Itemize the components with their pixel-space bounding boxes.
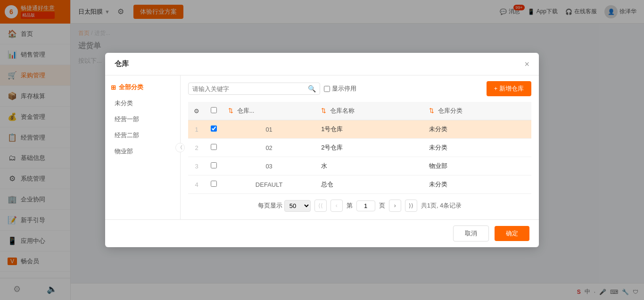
page-suffix: 页 [379, 201, 385, 210]
category-item-2[interactable]: 经营二部 [105, 127, 180, 143]
th-code: ⇅ 仓库... [223, 102, 315, 120]
row-name-2: 水 [315, 157, 423, 175]
collapse-sidebar-button[interactable]: 《 [175, 143, 185, 152]
row-num-2: 03 [223, 157, 315, 175]
row-num-0: 01 [223, 120, 315, 139]
row-checkbox-1[interactable] [205, 139, 223, 157]
row-checkbox-3[interactable] [205, 175, 223, 194]
prev-page-button[interactable]: ‹ [330, 200, 343, 212]
confirm-button[interactable]: 确定 [495, 226, 529, 241]
warehouse-modal: 仓库 × ⊞ 全部分类 《 未分类 经营一部 经营二部 物业部 [105, 53, 539, 247]
settings-col-icon: ⚙ [194, 108, 199, 115]
row-select-1[interactable] [211, 144, 217, 150]
row-select-3[interactable] [211, 181, 217, 187]
modal-main: 🔍 显示停用 + 新增仓库 [181, 75, 539, 219]
modal-toolbar: 🔍 显示停用 + 新增仓库 [188, 81, 531, 96]
row-num-3: DEFAULT [223, 175, 315, 194]
row-settings-1[interactable]: 2 [188, 139, 205, 157]
pagination: 每页显示 50 10 20 100 ⟨⟨ ‹ 第 页 [188, 194, 531, 214]
table-row[interactable]: 3 03 水 物业部 [188, 157, 531, 175]
row-category-0: 未分类 [423, 120, 531, 139]
row-category-1: 未分类 [423, 139, 531, 157]
row-settings-3[interactable]: 4 [188, 175, 205, 194]
category-item-0[interactable]: 未分类 [105, 95, 180, 111]
sort-icon-name: ⇅ [321, 107, 326, 114]
th-category: ⇅ 仓库分类 [423, 102, 531, 120]
per-page-selector: 每页显示 50 10 20 100 [258, 200, 311, 212]
row-name-3: 总仓 [315, 175, 423, 194]
table-row[interactable]: 4 DEFAULT 总仓 未分类 [188, 175, 531, 194]
modal-header: 仓库 × [105, 53, 539, 75]
last-page-button[interactable]: ⟩⟩ [405, 200, 417, 212]
th-checkbox [205, 102, 223, 120]
page-label: 第 [347, 201, 353, 210]
category-item-1[interactable]: 经营一部 [105, 111, 180, 127]
row-name-1: 2号仓库 [315, 139, 423, 157]
modal-overlay: 仓库 × ⊞ 全部分类 《 未分类 经营一部 经营二部 物业部 [71, 0, 644, 300]
row-num-1: 02 [223, 139, 315, 157]
sort-icon-code: ⇅ [228, 107, 233, 114]
page-number-input[interactable] [356, 200, 375, 211]
th-settings: ⚙ [188, 102, 205, 120]
modal-close-button[interactable]: × [524, 60, 529, 68]
modal-footer: 取消 确定 [105, 219, 539, 247]
row-settings-2[interactable]: 3 [188, 157, 205, 175]
select-all-checkbox[interactable] [211, 107, 217, 113]
all-categories-label: 全部分类 [119, 83, 143, 92]
row-category-3: 未分类 [423, 175, 531, 194]
all-categories-item[interactable]: ⊞ 全部分类 [105, 79, 180, 95]
category-item-3[interactable]: 物业部 [105, 143, 180, 159]
row-select-0[interactable] [211, 125, 217, 132]
row-category-2: 物业部 [423, 157, 531, 175]
grid-icon: ⊞ [111, 84, 116, 91]
per-page-select[interactable]: 50 10 20 100 [284, 200, 311, 212]
show-disabled-label: 显示停用 [332, 84, 356, 93]
row-select-2[interactable] [211, 162, 217, 168]
row-checkbox-2[interactable] [205, 157, 223, 175]
search-icon: 🔍 [308, 85, 316, 92]
search-box: 🔍 [188, 83, 320, 95]
modal-category-sidebar: ⊞ 全部分类 《 未分类 经营一部 经营二部 物业部 [105, 75, 181, 219]
modal-title: 仓库 [115, 59, 129, 68]
table-row[interactable]: 2 02 2号仓库 未分类 [188, 139, 531, 157]
total-info: 共1页, 4条记录 [421, 201, 462, 210]
search-input[interactable] [192, 85, 306, 92]
main-content: 日太阳膜 ▼ ⚙ 体验行业方案 💬 消息 99+ 📱 App下载 🎧 在线客服 … [71, 0, 644, 300]
sort-icon-category: ⇅ [429, 107, 434, 114]
cancel-button[interactable]: 取消 [453, 225, 489, 242]
row-checkbox-0[interactable] [205, 120, 223, 139]
row-name-0: 1号仓库 [315, 120, 423, 139]
show-disabled-toggle[interactable] [324, 86, 330, 92]
next-page-button[interactable]: › [389, 200, 401, 212]
table-row[interactable]: 1 01 1号仓库 未分类 [188, 120, 531, 139]
warehouse-table: ⚙ ⇅ 仓库... [188, 102, 531, 194]
first-page-button[interactable]: ⟨⟨ [314, 200, 327, 212]
row-settings-0[interactable]: 1 [188, 120, 205, 139]
per-page-label: 每页显示 [258, 201, 282, 210]
th-name: ⇅ 仓库名称 [315, 102, 423, 120]
add-warehouse-button[interactable]: + 新增仓库 [487, 81, 531, 96]
show-disabled-checkbox[interactable]: 显示停用 [324, 84, 356, 93]
modal-body: ⊞ 全部分类 《 未分类 经营一部 经营二部 物业部 🔍 [105, 75, 539, 219]
